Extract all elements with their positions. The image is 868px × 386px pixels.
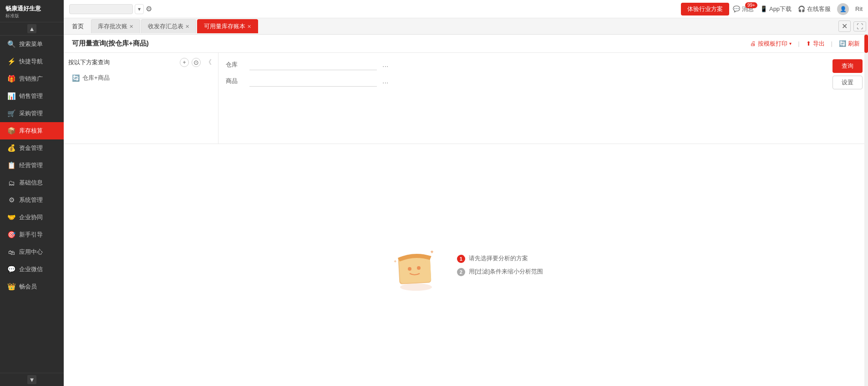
wechat-icon: 💬 — [7, 265, 15, 273]
scheme-panel: 按以下方案查询 + ⊙ 《 🔄 仓库+商品 — [64, 53, 218, 144]
product-more-btn[interactable]: ... — [382, 77, 388, 85]
setting-btn[interactable]: 设置 — [832, 76, 863, 89]
filter-area: 仓库 ... 商品 ... — [218, 53, 832, 144]
sidebar-item-appstore[interactable]: 🛍 应用中心 — [0, 243, 64, 261]
export-btn[interactable]: ⬆ 导出 — [806, 40, 825, 48]
tab-expand-btn[interactable]: ⛶ — [853, 21, 866, 31]
product-input[interactable] — [249, 76, 377, 87]
sidebar-item-enterprise[interactable]: 🤝 企业协同 — [0, 209, 64, 226]
tip2: 2 用[过滤]条件来缩小分析范围 — [457, 268, 543, 276]
sidebar-item-shortcut[interactable]: ⚡ 快捷导航 — [0, 53, 64, 70]
svg-point-4 — [417, 266, 421, 270]
sidebar-item-guide[interactable]: 🎯 新手引导 — [0, 226, 64, 243]
message-icon: 💬 — [733, 5, 740, 12]
topbar-right: 💬 消息 99+ 📱 App下载 🎧 在线客服 👤 Rit — [733, 3, 863, 15]
refresh-btn[interactable]: 🔄 刷新 — [839, 40, 860, 48]
app-download-btn[interactable]: 📱 App下载 — [760, 5, 792, 13]
sidebar-item-basic[interactable]: 🗂 基础信息 — [0, 174, 64, 191]
print-icon: 🖨 — [750, 40, 756, 47]
purchase-icon: 🛒 — [7, 109, 15, 118]
sidebar-item-marketing[interactable]: 🎁 营销推广 — [0, 70, 64, 87]
sidebar-item-wechat[interactable]: 💬 企业微信 — [0, 261, 64, 278]
scheme-item-icon: 🔄 — [72, 74, 80, 82]
export-icon: ⬆ — [806, 40, 811, 47]
sales-icon: 📊 — [7, 92, 15, 100]
phone-icon: 📱 — [760, 5, 767, 12]
user-avatar[interactable]: 👤 — [837, 3, 849, 15]
sidebar-item-search[interactable]: 🔍 搜索菜单 — [0, 36, 64, 53]
empty-illustration: ✦ ✦ · — [389, 238, 443, 293]
version-tag: 标准版 — [5, 13, 58, 19]
sidebar-item-operation[interactable]: 📋 经营管理 — [0, 157, 64, 174]
svg-text:·: · — [425, 260, 426, 264]
warehouse-input[interactable] — [249, 59, 377, 70]
main-body: ✦ ✦ · 1 请先选择要分析的方案 2 用[过滤]条件来缩小分析范围 — [64, 144, 868, 386]
tab-close-available-ledger[interactable]: ✕ — [247, 24, 251, 30]
topbar-dropdown-btn[interactable]: ▾ — [135, 4, 144, 14]
scheme-setting-btn[interactable]: ⊙ — [192, 58, 201, 67]
empty-tips: 1 请先选择要分析的方案 2 用[过滤]条件来缩小分析范围 — [457, 254, 543, 276]
warehouse-label: 仓库 — [226, 61, 244, 69]
filter-container: 仓库 ... 商品 ... — [218, 53, 832, 144]
scheme-item-warehouse-product[interactable]: 🔄 仓库+商品 — [68, 71, 213, 85]
empty-state: ✦ ✦ · 1 请先选择要分析的方案 2 用[过滤]条件来缩小分析范围 — [389, 238, 543, 293]
headset-icon: 🎧 — [798, 5, 805, 12]
divider1: | — [798, 40, 799, 47]
message-btn[interactable]: 💬 消息 99+ — [733, 5, 754, 13]
basic-icon: 🗂 — [7, 179, 15, 187]
scheme-add-btn[interactable]: + — [180, 58, 189, 67]
divider2: | — [831, 40, 832, 47]
sidebar-scroll-down[interactable]: ▼ — [27, 375, 36, 384]
appstore-icon: 🛍 — [7, 248, 15, 256]
tab-close-all-btn[interactable]: ✕ — [838, 21, 851, 32]
svg-text:✦: ✦ — [393, 259, 397, 264]
action-buttons: 查询 设置 — [832, 53, 868, 144]
tip2-text: 用[过滤]条件来缩小分析范围 — [469, 268, 543, 276]
query-btn[interactable]: 查询 — [832, 59, 863, 73]
page-title: 可用量查询(按仓库+商品) — [72, 39, 149, 48]
tab-batch-ledger[interactable]: 库存批次账 ✕ — [91, 19, 140, 33]
system-icon: ⚙ — [7, 196, 15, 204]
empty-svg: ✦ ✦ · — [389, 238, 443, 293]
topbar-gear-btn[interactable]: ⚙ — [146, 5, 152, 13]
tab-inventory-summary[interactable]: 收发存汇总表 ✕ — [141, 19, 196, 33]
sidebar-scroll-up[interactable]: ▲ — [27, 24, 36, 33]
search-icon: 🔍 — [7, 40, 15, 48]
topbar-search-input[interactable] — [69, 4, 133, 14]
sidebar-item-system[interactable]: ⚙ 系统管理 — [0, 191, 64, 209]
sidebar-menu: 🔍 搜索菜单 ⚡ 快捷导航 🎁 营销推广 📊 销售管理 🛒 采购管理 📦 库存核… — [0, 36, 64, 373]
sidebar-item-inventory[interactable]: 📦 库存核算 — [0, 122, 64, 139]
tab-close-inventory-summary[interactable]: ✕ — [185, 24, 189, 30]
topbar-breadcrumb: ▾ ⚙ — [69, 4, 677, 14]
tip1-text: 请先选择要分析的方案 — [469, 254, 528, 262]
sidebar-item-purchase[interactable]: 🛒 采购管理 — [0, 105, 64, 122]
username[interactable]: Rit — [855, 5, 863, 12]
print-btn[interactable]: 🖨 按模板打印 ▾ — [750, 40, 792, 48]
scheme-collapse-btn[interactable]: 《 — [203, 57, 213, 67]
tab-home[interactable]: 首页 — [66, 20, 90, 33]
marketing-icon: 🎁 — [7, 75, 15, 83]
sidebar-item-finance[interactable]: 💰 资金管理 — [0, 139, 64, 157]
scheme-header: 按以下方案查询 + ⊙ 《 — [68, 57, 213, 67]
trial-btn[interactable]: 体验行业方案 — [681, 3, 729, 15]
member-icon: 👑 — [7, 283, 15, 291]
tab-available-ledger[interactable]: 可用量库存账本 ✕ — [197, 19, 258, 33]
right-scrollbar[interactable] — [864, 35, 868, 386]
svg-point-3 — [408, 267, 411, 271]
scheme-header-title: 按以下方案查询 — [68, 58, 177, 67]
query-panel: 按以下方案查询 + ⊙ 《 🔄 仓库+商品 仓库 ... — [64, 53, 868, 144]
warehouse-more-btn[interactable]: ... — [382, 61, 388, 69]
tabbar-right: ✕ ⛶ — [838, 21, 866, 32]
service-btn[interactable]: 🎧 在线客服 — [798, 5, 831, 13]
shortcut-icon: ⚡ — [7, 57, 15, 66]
sidebar-item-member[interactable]: 👑 畅会员 — [0, 278, 64, 295]
sidebar-item-sales[interactable]: 📊 销售管理 — [0, 87, 64, 105]
sidebar-header: 畅康通好生意 标准版 — [0, 0, 64, 22]
right-scrollbar-thumb — [864, 35, 868, 53]
tab-close-batch-ledger[interactable]: ✕ — [129, 24, 133, 30]
filter-row-product: 商品 ... — [226, 76, 825, 87]
tip2-num: 2 — [457, 268, 465, 276]
print-dropdown-icon: ▾ — [789, 41, 792, 46]
enterprise-icon: 🤝 — [7, 213, 15, 221]
page-header-actions: 🖨 按模板打印 ▾ | ⬆ 导出 | 🔄 刷新 — [750, 40, 860, 48]
